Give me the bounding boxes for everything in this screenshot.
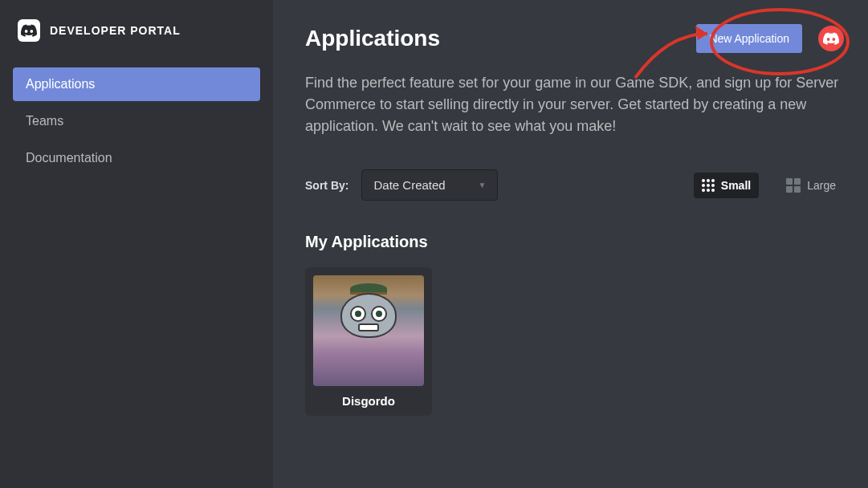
sort-label: Sort By: xyxy=(305,179,348,192)
my-applications-heading: My Applications xyxy=(305,233,844,251)
controls-row: Sort By: Date Created ▼ Small Large xyxy=(305,169,844,201)
page-title: Applications xyxy=(305,26,440,51)
new-application-button[interactable]: New Application xyxy=(696,24,802,53)
view-label: Small xyxy=(721,179,751,192)
application-thumbnail xyxy=(313,275,424,386)
brand-section: DEVELOPER PORTAL xyxy=(13,19,260,42)
portal-title: DEVELOPER PORTAL xyxy=(50,24,181,37)
discord-icon xyxy=(823,32,839,45)
page-description: Find the perfect feature set for your ga… xyxy=(305,72,844,137)
nav-label: Documentation xyxy=(26,151,112,165)
nav-item-documentation[interactable]: Documentation xyxy=(13,141,260,175)
application-name: Disgordo xyxy=(313,394,424,408)
grid-large-icon xyxy=(786,178,801,193)
view-toggle-small[interactable]: Small xyxy=(694,173,759,198)
header-row: Applications New Application xyxy=(305,24,844,53)
sidebar: DEVELOPER PORTAL Applications Teams Docu… xyxy=(0,0,273,488)
header-actions: New Application xyxy=(696,24,844,53)
chevron-down-icon: ▼ xyxy=(479,181,487,189)
discord-logo-icon xyxy=(18,19,40,42)
user-avatar[interactable] xyxy=(818,26,844,51)
sort-section: Sort By: Date Created ▼ xyxy=(305,169,498,201)
sort-selected: Date Created xyxy=(373,178,445,192)
nav-label: Applications xyxy=(26,77,95,91)
application-card[interactable]: Disgordo xyxy=(305,267,432,416)
sort-dropdown[interactable]: Date Created ▼ xyxy=(361,169,498,201)
nav-item-applications[interactable]: Applications xyxy=(13,67,260,101)
view-toggle-large[interactable]: Large xyxy=(778,172,844,199)
view-toggles: Small Large xyxy=(694,172,844,199)
grid-small-icon xyxy=(702,179,715,192)
nav-label: Teams xyxy=(26,114,63,128)
main-content: Applications New Application Find the pe… xyxy=(273,0,868,488)
nav-item-teams[interactable]: Teams xyxy=(13,104,260,138)
view-label: Large xyxy=(807,179,836,192)
